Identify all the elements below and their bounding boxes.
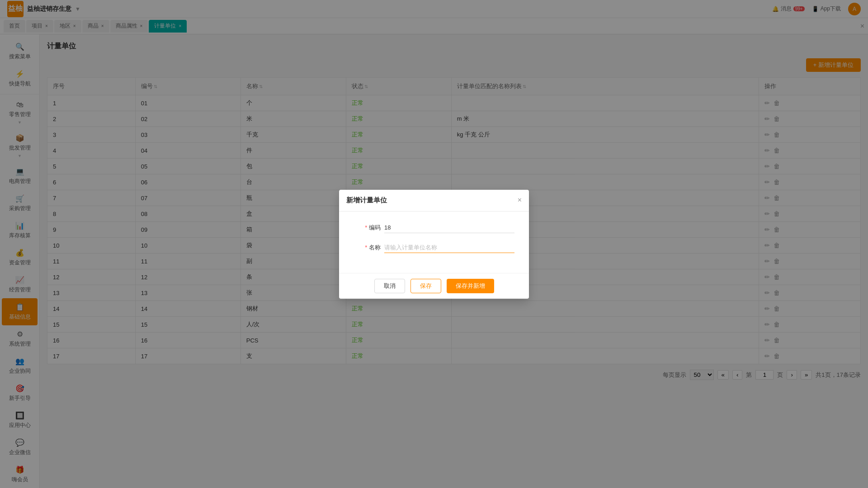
form-label-code: * 编码: [354, 224, 381, 232]
save-and-new-button[interactable]: 保存并新增: [447, 279, 494, 293]
code-input[interactable]: [384, 222, 514, 233]
modal-title: 新增计量单位: [346, 196, 387, 205]
save-button[interactable]: 保存: [410, 279, 441, 293]
modal-footer: 取消 保存 保存并新增: [339, 273, 529, 299]
name-input[interactable]: [384, 242, 514, 253]
modal-body: * 编码 * 名称: [339, 211, 529, 273]
required-code: *: [365, 224, 367, 231]
cancel-button[interactable]: 取消: [374, 279, 405, 293]
required-name: *: [365, 244, 367, 251]
form-row-code: * 编码: [354, 222, 514, 233]
modal-close-button[interactable]: ×: [518, 196, 522, 204]
form-label-name: * 名称: [354, 244, 381, 252]
form-row-name: * 名称: [354, 242, 514, 253]
modal-add-unit: 新增计量单位 × * 编码 * 名称 取消 保存 保存并新增: [339, 190, 529, 299]
modal-header: 新增计量单位 ×: [339, 190, 529, 211]
modal-overlay[interactable]: 新增计量单位 × * 编码 * 名称 取消 保存 保存并新增: [0, 0, 868, 488]
